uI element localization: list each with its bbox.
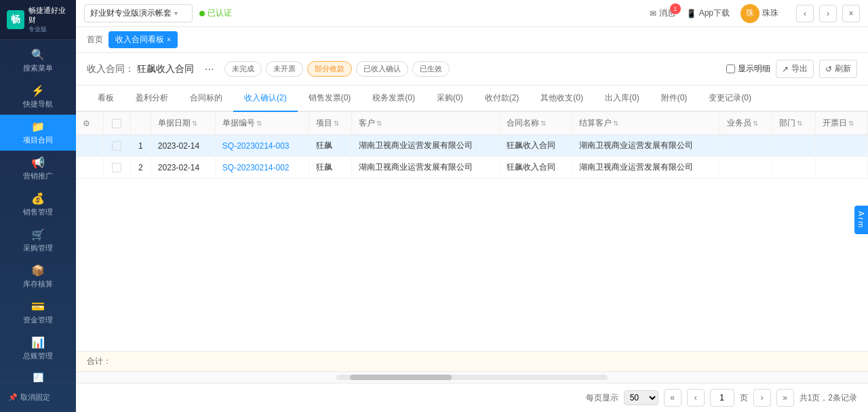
sort-icon[interactable]: ⇅ [613, 119, 618, 127]
app-download-button[interactable]: 📱 App下载 [686, 7, 730, 19]
current-tab-pill[interactable]: 收入合同看板 × [108, 31, 178, 48]
table-row[interactable]: 22023-02-14SQ-20230214-002狂飙湖南卫视商业运营发展有限… [76, 157, 868, 179]
show-detail-checkbox[interactable]: 显示明细 [726, 63, 770, 75]
tab-5[interactable]: 税务发票(0) [361, 86, 426, 112]
sort-icon[interactable]: ⇅ [376, 119, 382, 127]
col-header-customer[interactable]: 客户⇅ [352, 112, 500, 135]
tab-7[interactable]: 收付款(2) [474, 86, 530, 112]
pin-toggle[interactable]: 📌 取消固定 [5, 388, 71, 407]
per-page-select[interactable]: 2050100 [624, 390, 658, 405]
next-page-button[interactable]: › [753, 389, 771, 407]
home-breadcrumb[interactable]: 首页 [87, 34, 103, 45]
download-icon: 📱 [686, 9, 696, 18]
nav-label: 项目合同 [23, 135, 53, 145]
sort-icon[interactable]: ⇅ [848, 119, 854, 127]
sidebar-item-general[interactable]: 📊总账管理 [0, 331, 76, 367]
row-invoice-date [815, 135, 867, 157]
table-container[interactable]: ⚙单据日期⇅单据编号⇅项目⇅客户⇅合同名称⇅结算客户⇅业务员⇅部门⇅开票日⇅ 1… [76, 112, 868, 351]
show-detail-check[interactable] [726, 64, 735, 73]
scroll-thumb[interactable] [350, 375, 452, 380]
row-number-link[interactable]: SQ-20230214-003 [222, 141, 290, 151]
col-header-number[interactable]: 单据编号⇅ [215, 112, 309, 135]
row-checkbox[interactable] [112, 141, 121, 151]
sort-icon[interactable]: ⇅ [256, 119, 262, 127]
arm-float-button[interactable]: Arm [854, 205, 868, 233]
row-checkbox-cell[interactable] [103, 157, 130, 179]
invoice-icon: 🧾 [31, 372, 45, 382]
refresh-button[interactable]: ↺ 刷新 [819, 60, 857, 78]
total-label: 合计： [87, 356, 111, 367]
row-checkbox[interactable] [112, 163, 121, 172]
page-number-input[interactable] [710, 389, 734, 407]
prev-page-button[interactable]: ‹ [687, 389, 705, 407]
table-row[interactable]: 12023-02-14SQ-20230214-003狂飙湖南卫视商业运营发展有限… [76, 135, 868, 157]
sort-icon[interactable]: ⇅ [334, 119, 339, 127]
company-selector[interactable]: 好业财专业版演示帐套 ▾ [84, 4, 193, 22]
sidebar-item-invoice[interactable]: 🧾发票管理 [0, 367, 76, 382]
sort-icon[interactable]: ⇅ [192, 119, 197, 127]
gear-icon[interactable]: ⚙ [83, 119, 90, 128]
col-header-date[interactable]: 单据日期⇅ [151, 112, 215, 135]
row-checkbox-cell[interactable] [103, 135, 130, 157]
sidebar-item-project[interactable]: 📁项目合同 [0, 115, 76, 151]
row-number[interactable]: SQ-20230214-002 [215, 157, 309, 179]
last-page-button[interactable]: » [776, 389, 794, 407]
header-row: ⚙单据日期⇅单据编号⇅项目⇅客户⇅合同名称⇅结算客户⇅业务员⇅部门⇅开票日⇅ [76, 112, 868, 135]
col-header-salesperson[interactable]: 业务员⇅ [720, 112, 772, 135]
page-title-prefix: 收入合同： [87, 63, 134, 74]
nav-close-button[interactable]: × [842, 5, 860, 22]
general-icon: 📊 [31, 336, 45, 349]
tab-1[interactable]: 盈利分析 [125, 86, 179, 112]
tab-pill-close-icon[interactable]: × [167, 36, 171, 43]
message-button[interactable]: ✉ 1 消息 [650, 7, 675, 19]
sidebar-item-marketing[interactable]: 📢营销推广 [0, 151, 76, 187]
sidebar-item-fund[interactable]: 💳资金管理 [0, 295, 76, 331]
row-number-link[interactable]: SQ-20230214-002 [222, 163, 290, 172]
status-btn-3[interactable]: 已收入确认 [356, 61, 408, 77]
col-header-invoice_date[interactable]: 开票日⇅ [815, 112, 867, 135]
status-btn-4[interactable]: 已生效 [412, 61, 450, 77]
sidebar-item-search[interactable]: 🔍搜索菜单 [0, 43, 76, 79]
more-options-button[interactable]: ··· [201, 62, 218, 77]
status-btn-2[interactable]: 部分收款 [307, 61, 352, 77]
select-all-checkbox[interactable] [112, 119, 121, 128]
nav-prev-button[interactable]: ‹ [796, 5, 814, 22]
tab-6[interactable]: 采购(0) [426, 86, 474, 112]
tab-pill-label: 收入合同看板 [115, 34, 164, 45]
tab-10[interactable]: 附件(0) [650, 86, 698, 112]
tab-8[interactable]: 其他收支(0) [530, 86, 594, 112]
col-header-department[interactable]: 部门⇅ [772, 112, 815, 135]
sort-icon[interactable]: ⇅ [753, 119, 758, 127]
sort-icon[interactable]: ⇅ [797, 119, 802, 127]
export-button[interactable]: ↗ 导出 [776, 60, 814, 78]
sidebar-item-sales[interactable]: 💰销售管理 [0, 187, 76, 223]
sidebar-item-inventory[interactable]: 📦库存核算 [0, 259, 76, 295]
row-department [772, 157, 815, 179]
tab-4[interactable]: 销售发票(0) [298, 86, 362, 112]
status-btn-1[interactable]: 未开票 [266, 61, 303, 77]
tab-9[interactable]: 出入库(0) [594, 86, 650, 112]
tab-3[interactable]: 收入确认(2) [233, 86, 298, 112]
col-header-project[interactable]: 项目⇅ [309, 112, 351, 135]
sidebar-item-purchase[interactable]: 🛒采购管理 [0, 223, 76, 259]
col-header-settle_customer[interactable]: 结算客户⇅ [572, 112, 720, 135]
verified-badge: 已认证 [199, 7, 232, 19]
col-header-contract[interactable]: 合同名称⇅ [500, 112, 572, 135]
row-index: 1 [130, 135, 151, 157]
breadcrumb-bar: 首页 收入合同看板 × [76, 27, 868, 53]
nav-label: 销售管理 [23, 207, 53, 217]
sort-icon[interactable]: ⇅ [540, 119, 546, 127]
nav-next-button[interactable]: › [819, 5, 837, 22]
status-btn-0[interactable]: 未完成 [224, 61, 262, 77]
sidebar-item-quick-nav[interactable]: ⚡快捷导航 [0, 79, 76, 115]
first-page-button[interactable]: « [664, 389, 682, 407]
topbar: 好业财专业版演示帐套 ▾ 已认证 ✉ 1 消息 📱 App下载 珠 珠珠 [76, 0, 868, 27]
tab-2[interactable]: 合同标的 [179, 86, 233, 112]
horizontal-scrollbar[interactable] [76, 371, 868, 383]
tab-11[interactable]: 变更记录(0) [698, 86, 762, 112]
row-customer: 湖南卫视商业运营发展有限公司 [352, 157, 500, 179]
tab-0[interactable]: 看板 [87, 86, 125, 112]
row-number[interactable]: SQ-20230214-003 [215, 135, 309, 157]
user-avatar-area[interactable]: 珠 珠珠 [741, 4, 778, 23]
row-salesperson [720, 157, 772, 179]
